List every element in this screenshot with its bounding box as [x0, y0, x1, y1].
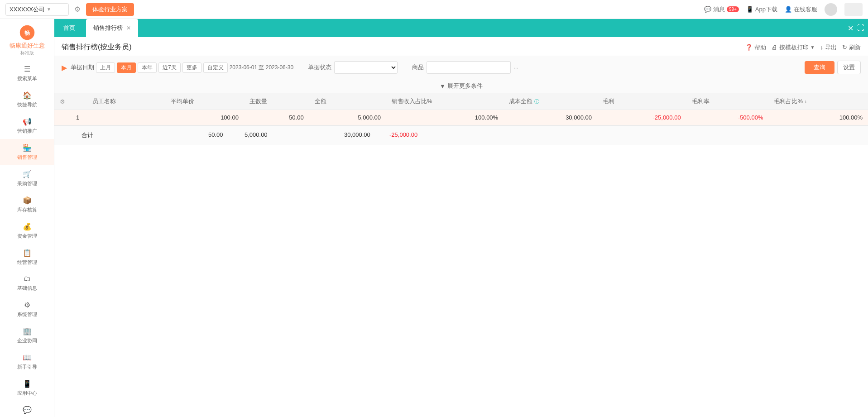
footer-amount: 5,000.00 [239, 129, 284, 141]
corp-label: 企业协同 [17, 337, 37, 344]
query-button[interactable]: 查询 [805, 61, 834, 74]
message-badge: 99+ [727, 6, 739, 12]
sidebar-item-sales[interactable]: 🏪 销售管理 [0, 139, 54, 165]
sidebar-item-wechat[interactable]: 💬 企业微信 [0, 401, 54, 417]
col-sales-pct: 销售收入占比% [386, 93, 504, 110]
filter-row-1: ▶ 单据日期 上月 本月 本年 近7天 更多 自定义 2023-06-01 至 … [62, 61, 861, 74]
print-label: 按模板打印 [779, 43, 809, 52]
status-select[interactable] [334, 61, 398, 74]
ops-icon: 📋 [23, 249, 32, 257]
message-icon: 💬 [704, 6, 711, 13]
purchase-label: 采购管理 [17, 180, 37, 187]
footer-avg [158, 129, 203, 141]
expand-conditions-row: ▼ 展开更多条件 [54, 79, 868, 93]
expand-down-icon: ▼ [440, 83, 446, 90]
tab-close-icon[interactable]: ✕ [126, 25, 131, 31]
sidebar-item-inventory[interactable]: 📦 库存核算 [0, 192, 54, 218]
sidebar-item-system[interactable]: ⚙ 系统管理 [0, 296, 54, 322]
date-btn-custom[interactable]: 自定义 [203, 62, 228, 73]
goods-more-icon[interactable]: ··· [513, 64, 518, 71]
export-label: 导出 [825, 43, 837, 52]
tab-sales-ranking[interactable]: 销售排行榜 ✕ [86, 19, 138, 37]
filter-settings-button[interactable]: 设置 [837, 61, 861, 74]
top-bar: XXXXXX公司 ▼ ⚙ 体验行业方案 💬 消息 99+ 📱 App下载 👤 在… [0, 0, 868, 19]
expand-arrow-icon[interactable]: ▶ [62, 63, 67, 72]
sidebar-item-quick-nav[interactable]: 🏠 快捷导航 [0, 86, 54, 113]
messages-button[interactable]: 💬 消息 99+ [704, 5, 739, 14]
date-filter-label: 单据日期 [71, 63, 94, 72]
sidebar: 畅 畅康通好生意 标准版 ☰ 搜索菜单 🏠 快捷导航 📢 营销推广 🏪 销售管理… [0, 19, 54, 417]
tab-minimize-icon[interactable]: ✕ [848, 24, 854, 33]
goods-input[interactable] [427, 61, 511, 74]
sidebar-item-finance[interactable]: 💰 资金管理 [0, 218, 54, 244]
footer-cells: 合计 50.00 5,000.00 30,000.00 -25,000.00 [60, 129, 863, 141]
company-selector[interactable]: XXXXXX公司 ▼ [5, 3, 69, 16]
tab-home[interactable]: 首页 [54, 19, 84, 37]
sidebar-item-marketing[interactable]: 📢 营销推广 [0, 113, 54, 139]
logo-icon: 畅 [19, 24, 35, 41]
date-btn-more[interactable]: 更多 [182, 62, 201, 73]
col-profit-rate: 毛利率 [686, 93, 769, 110]
row-profit-pct: 100.00% [768, 110, 868, 125]
row-gear [54, 110, 71, 125]
app-icon: 📱 [746, 6, 753, 13]
sidebar-item-guide[interactable]: 📖 新手引导 [0, 349, 54, 375]
row-name [87, 110, 165, 125]
export-button[interactable]: ↓ 导出 [820, 43, 837, 52]
print-icon: 🖨 [772, 44, 777, 51]
sales-icon: 🏪 [23, 144, 32, 152]
date-btn-last-month[interactable]: 上月 [96, 62, 115, 73]
filter-action-area: 查询 设置 [805, 61, 861, 74]
settings-icon[interactable]: ⚙ [72, 3, 82, 15]
print-arrow-icon: ▼ [810, 45, 815, 50]
sidebar-item-corp[interactable]: 🏢 企业协同 [0, 322, 54, 349]
status-filter: 单据状态 [308, 61, 398, 74]
tab-home-label: 首页 [63, 24, 75, 32]
sidebar-item-ops[interactable]: 📋 经营管理 [0, 244, 54, 270]
date-btn-this-year[interactable]: 本年 [138, 62, 157, 73]
sidebar-item-appstore[interactable]: 📱 应用中心 [0, 375, 54, 401]
basic-icon: 🗂 [24, 275, 31, 283]
export-icon: ↓ [820, 44, 824, 51]
online-service-button[interactable]: 👤 在线客服 [785, 5, 817, 14]
tab-bar: 首页 销售排行榜 ✕ ✕ ⛶ [54, 19, 868, 37]
goods-label: 商品 [412, 63, 424, 72]
tab-fullscreen-icon[interactable]: ⛶ [857, 24, 864, 32]
col-amount: 全额 [309, 93, 386, 110]
user-info[interactable] [844, 3, 863, 16]
service-label: 在线客服 [794, 5, 817, 14]
col-settings[interactable]: ⚙ [54, 93, 71, 110]
sidebar-item-search-order[interactable]: ☰ 搜索菜单 [0, 60, 54, 86]
appstore-icon: 📱 [23, 379, 32, 388]
row-rank: 1 [71, 110, 87, 125]
finance-label: 资金管理 [17, 233, 37, 240]
col-qty: 主数量 [244, 93, 309, 110]
date-btn-this-month[interactable]: 本月 [117, 62, 136, 73]
sidebar-item-purchase[interactable]: 🛒 采购管理 [0, 165, 54, 192]
company-name: XXXXXX公司 [10, 5, 45, 14]
message-label: 消息 [713, 5, 725, 14]
print-button[interactable]: 🖨 按模板打印 ▼ [772, 43, 815, 52]
content-area: 首页 销售排行榜 ✕ ✕ ⛶ 销售排行榜(按业务员) ❓ 帮助 [54, 19, 868, 417]
refresh-icon: ↻ [842, 44, 847, 51]
guide-icon: 📖 [23, 353, 32, 362]
trial-button[interactable]: 体验行业方案 [86, 3, 134, 16]
guide-label: 新手引导 [17, 364, 37, 370]
system-label: 系统管理 [17, 311, 37, 318]
help-button[interactable]: ❓ 帮助 [745, 43, 766, 52]
logo-title: 畅康通好生意 标准版 [10, 42, 45, 56]
footer-profit-pct [465, 129, 502, 141]
svg-text:畅: 畅 [24, 30, 30, 36]
row-qty: 50.00 [244, 110, 309, 125]
footer-sales-pct [284, 129, 339, 141]
date-btn-7days[interactable]: 近7天 [158, 62, 181, 73]
system-icon: ⚙ [24, 301, 30, 309]
refresh-button[interactable]: ↻ 刷新 [842, 43, 861, 52]
filter-area: ▶ 单据日期 上月 本月 本年 近7天 更多 自定义 2023-06-01 至 … [54, 56, 868, 79]
col-profit: 毛利 [597, 93, 686, 110]
app-download-button[interactable]: 📱 App下载 [746, 5, 777, 14]
avatar[interactable] [825, 3, 837, 16]
col-cost: 成本全额 ⓘ [504, 93, 597, 110]
sidebar-item-basic[interactable]: 🗂 基础信息 [0, 270, 54, 296]
expand-conditions-button[interactable]: ▼ 展开更多条件 [440, 82, 483, 90]
